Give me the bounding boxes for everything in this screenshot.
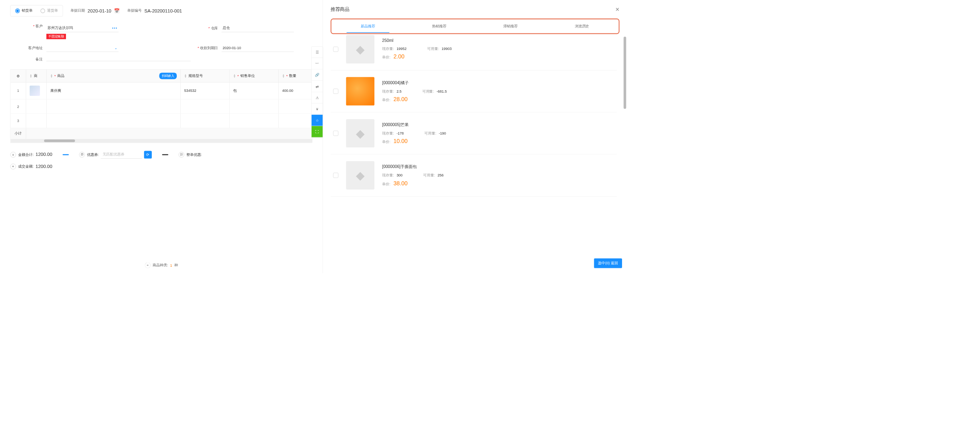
table-row[interactable]: 2 (10, 99, 312, 114)
items-table: ⚙ ▲▼商 ▲▼*商品扫码录入 ▲▼规格型号 ▲▼*销售单位 ▲▼*数量 1 果… (10, 69, 312, 143)
tool-currency-icon[interactable]: ¥ (312, 104, 323, 115)
bottom-summary: ≡ 商品种类: 1 种 (145, 263, 178, 268)
whole-discount: 折 整单优惠: (178, 152, 202, 158)
customer-more-icon[interactable]: ••• (112, 26, 118, 30)
remark-input[interactable] (46, 58, 190, 61)
tab-return[interactable]: 退货单 (40, 8, 58, 13)
tab-return-label: 退货单 (47, 8, 58, 13)
doc-no-label: 单据编号 (127, 8, 142, 13)
col-spec[interactable]: ▲▼规格型号 (181, 70, 230, 82)
tool-expand-icon[interactable]: ⛶ (312, 126, 323, 137)
list-item[interactable]: [0000004]橘子 现存量:2.5 可用量:-681.5 单价:28.00 (331, 70, 617, 112)
tab-sales-label: 销货单 (22, 8, 33, 13)
checkbox[interactable] (333, 47, 339, 52)
close-icon[interactable]: ✕ (615, 6, 620, 12)
col-settings[interactable]: ⚙ (10, 70, 26, 82)
table-row[interactable]: 1 果倍爽 534532 包 400.00 (10, 83, 312, 99)
scan-button[interactable]: 扫码录入 (159, 73, 177, 79)
side-toolbar: ☰ 〰 🔗 ⇄ ⚠ ¥ ☆ ⛶ (311, 46, 323, 138)
tab-sales[interactable]: 销货单 (15, 8, 33, 13)
remark-label: 备注 (10, 57, 47, 62)
product-thumb (30, 85, 40, 96)
v-scrollbar[interactable] (624, 37, 626, 109)
addr-input[interactable]: ⌄ (46, 44, 118, 52)
subtotal-row: 小计 (10, 128, 312, 139)
tab-new[interactable]: 新品推荐 (333, 21, 404, 32)
list-item[interactable]: ◆ [0000006]手撕面包 现存量:300 可用量:256 单价:38.00 (331, 154, 617, 196)
panel-title: 推荐商品 (331, 6, 349, 12)
customer-input[interactable]: 苏州万达沃尔玛 ••• (46, 24, 118, 32)
tab-slow[interactable]: 滞销推荐 (475, 21, 546, 32)
dash-icon (63, 154, 69, 155)
deal-icon: ✦ (10, 164, 16, 169)
radio-icon (40, 8, 45, 13)
product-image: ◆ (346, 119, 374, 147)
list-item[interactable]: ◆ 250ml 现存量:19952 可用量:19903 单价:2.00 (331, 34, 617, 70)
customer-value: 苏州万达沃尔玛 (48, 26, 112, 31)
due-label: 收款到期日 (155, 46, 221, 51)
chevron-down-icon[interactable]: ⌄ (114, 46, 118, 50)
warehouse-label: 仓库 (155, 26, 221, 31)
select-return-button[interactable]: 选中(0) 返回 (594, 258, 622, 268)
refresh-button[interactable]: ⟳ (144, 151, 152, 158)
tool-swap-icon[interactable]: ⇄ (312, 81, 323, 92)
info-icon: ≡ (145, 263, 151, 268)
dash-icon (162, 154, 168, 155)
warehouse-value: 总仓 (223, 26, 293, 31)
discount-icon: 折 (178, 152, 184, 158)
col-image[interactable]: ▲▼商 (26, 70, 47, 82)
warehouse-input[interactable]: 总仓 (221, 24, 294, 32)
list-item[interactable]: ◆ [0000005]芒果 现存量:-178 可用量:-190 单价:10.00 (331, 112, 617, 154)
tab-history[interactable]: 浏览历史 (546, 21, 618, 32)
recommend-list: ◆ 250ml 现存量:19952 可用量:19903 单价:2.00 [000… (323, 34, 627, 273)
doc-no-value: SA-20200110-001 (144, 7, 182, 15)
col-unit[interactable]: ▲▼*销售单位 (229, 70, 279, 82)
due-value: 2020-01-10 (223, 46, 293, 50)
col-product[interactable]: ▲▼*商品扫码录入 (47, 70, 181, 82)
doc-date: 单据日期 2020-01-10 📅 (70, 7, 120, 15)
h-scrollbar[interactable] (10, 139, 312, 143)
tool-star-icon[interactable]: ☆ (312, 115, 323, 126)
due-input[interactable]: 2020-01-10 (221, 44, 294, 52)
checkbox[interactable] (333, 131, 339, 136)
gear-icon: ⚙ (17, 74, 20, 78)
total-sum: ¥ 金额合计: 1200.00 (10, 152, 52, 158)
doc-no: 单据编号 SA-20200110-001 (127, 7, 182, 15)
col-qty[interactable]: ▲▼*数量 (279, 70, 312, 82)
calendar-icon[interactable]: 📅 (114, 8, 120, 14)
radio-icon (15, 8, 20, 13)
order-type-tabs: 销货单 退货单 (10, 5, 63, 17)
deal-amount: ✦ 成交金额: 1200.00 (10, 164, 52, 169)
coupon: 券 优惠券: 无匹配优惠券 ⟳ (79, 151, 151, 159)
doc-date-label: 单据日期 (70, 8, 85, 13)
tool-warn-icon[interactable]: ⚠ (312, 92, 323, 103)
tool-list-icon[interactable]: ☰ (312, 47, 323, 58)
customer-badge: 不固定账期 (46, 34, 66, 39)
addr-label: 客户地址 (10, 46, 47, 51)
yen-icon: ¥ (10, 152, 16, 158)
recommend-tabs-highlight: 新品推荐 热销推荐 滞销推荐 浏览历史 (331, 19, 619, 34)
table-row[interactable]: 3 (10, 114, 312, 128)
tab-hot[interactable]: 热销推荐 (404, 21, 475, 32)
product-image: ◆ (346, 161, 374, 189)
product-image: ◆ (346, 35, 374, 63)
tool-chart-icon[interactable]: 〰 (312, 58, 323, 69)
customer-label: 客户 (10, 24, 47, 29)
coupon-input[interactable]: 无匹配优惠券 (101, 151, 142, 159)
checkbox[interactable] (333, 89, 339, 94)
checkbox[interactable] (333, 173, 339, 178)
tool-link-icon[interactable]: 🔗 (312, 69, 323, 81)
doc-date-value[interactable]: 2020-01-10 (88, 7, 112, 15)
product-image (346, 77, 374, 105)
coupon-icon: 券 (79, 152, 85, 158)
